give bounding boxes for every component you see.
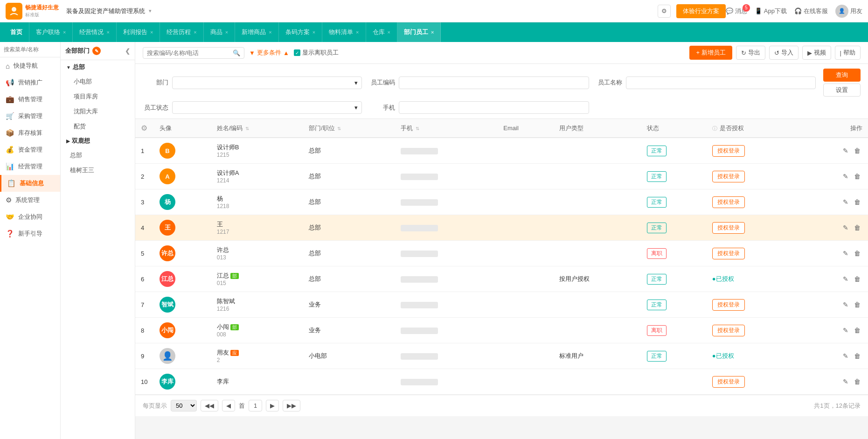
auth-login-button[interactable]: 授权登录	[712, 222, 745, 234]
nav-tab-首页[interactable]: 首页	[4, 22, 29, 42]
user-menu[interactable]: 👤 用友	[835, 5, 862, 18]
sidebar-search-input[interactable]	[4, 46, 61, 53]
tab-close-icon[interactable]: ×	[312, 29, 315, 35]
nav-tab-条码方案[interactable]: 条码方案×	[279, 22, 322, 42]
delete-button[interactable]: 🗑	[852, 146, 862, 155]
next-page-button[interactable]: ▶	[266, 400, 279, 411]
auth-login-button[interactable]: 授权登录	[712, 376, 745, 388]
delete-button[interactable]: 🗑	[852, 172, 862, 181]
add-employee-button[interactable]: + 新增员工	[689, 46, 732, 60]
status-filter-select[interactable]: ▾	[172, 101, 362, 114]
nav-tab-仓库[interactable]: 仓库×	[366, 22, 397, 42]
dept-item-peihuo[interactable]: 配货	[64, 119, 135, 134]
tab-close-icon[interactable]: ×	[225, 29, 228, 35]
show-resigned-checkbox[interactable]: ✓	[294, 49, 300, 56]
col-settings[interactable]: ⚙	[135, 119, 154, 138]
nav-tab-新增商品[interactable]: 新增商品×	[235, 22, 278, 42]
sidebar-item-operations[interactable]: 📊经营管理	[0, 158, 60, 175]
edit-button[interactable]: ✎	[841, 223, 850, 232]
empcode-filter-input[interactable]	[399, 77, 589, 89]
dept-item-xiangmukuku[interactable]: 项目库房	[64, 89, 135, 104]
dept-collapse-button[interactable]: ❮	[125, 48, 130, 55]
sidebar-item-purchase[interactable]: 🛒采购管理	[0, 108, 60, 125]
edit-button[interactable]: ✎	[841, 377, 850, 386]
delete-button[interactable]: 🗑	[852, 326, 862, 335]
app-download-button[interactable]: 📱 App下载	[755, 7, 787, 15]
delete-button[interactable]: 🗑	[852, 274, 862, 284]
export-button[interactable]: ↻ 导出	[736, 46, 765, 60]
tab-close-icon[interactable]: ×	[269, 29, 271, 35]
auth-login-button[interactable]: 授权登录	[712, 145, 745, 157]
sidebar-item-quick-nav[interactable]: ⌂快捷导航	[0, 57, 60, 74]
col-name[interactable]: 姓名/编码 ⇅	[211, 119, 303, 138]
edit-button[interactable]: ✎	[841, 274, 850, 284]
page-size-select[interactable]: 50 100 200	[171, 400, 197, 411]
sidebar-item-finance[interactable]: 💰资金管理	[0, 141, 60, 158]
delete-button[interactable]: 🗑	[852, 300, 862, 309]
nav-tab-部门员工[interactable]: 部门员工×	[397, 22, 441, 42]
nav-tab-经营历程[interactable]: 经营历程×	[160, 22, 203, 42]
nav-tab-物料清单[interactable]: 物料清单×	[322, 22, 366, 42]
dept-group-shuanglu[interactable]: ▶ 双鹿想	[61, 134, 135, 148]
gear-button[interactable]: ⚙	[658, 5, 671, 18]
col-dept[interactable]: 部门/职位 ⇅	[303, 119, 395, 138]
sidebar-item-corp[interactable]: 🤝企业协同	[0, 209, 60, 225]
sidebar-item-marketing[interactable]: 📢营销推广	[0, 74, 60, 91]
edit-button[interactable]: ✎	[841, 172, 850, 181]
edit-button[interactable]: ✎	[841, 326, 850, 335]
online-service-button[interactable]: 🎧 在线客服	[794, 7, 828, 15]
delete-button[interactable]: 🗑	[852, 223, 862, 232]
prev-page-button[interactable]: ◀	[222, 400, 235, 411]
tab-close-icon[interactable]: ×	[106, 29, 109, 35]
auth-login-button[interactable]: 授权登录	[712, 248, 745, 259]
auth-login-button[interactable]: 授权登录	[712, 299, 745, 311]
message-button[interactable]: 💬 消息 5	[726, 7, 747, 15]
more-filter-button[interactable]: ▼ 更多条件 ▲	[249, 49, 289, 57]
tab-close-icon[interactable]: ×	[431, 29, 434, 35]
delete-button[interactable]: 🗑	[852, 197, 862, 207]
empname-filter-input[interactable]	[626, 77, 816, 89]
table-settings-icon[interactable]: ⚙	[141, 124, 147, 132]
nav-tab-经营情况[interactable]: 经营情况×	[73, 22, 116, 42]
sidebar-item-inventory[interactable]: 📦库存核算	[0, 125, 60, 141]
query-button[interactable]: 查询	[823, 69, 861, 82]
tab-close-icon[interactable]: ×	[356, 29, 359, 35]
employee-search-input[interactable]	[147, 49, 231, 56]
tab-close-icon[interactable]: ×	[388, 29, 390, 35]
delete-button[interactable]: 🗑	[852, 377, 862, 386]
nav-tab-商品[interactable]: 商品×	[204, 22, 235, 42]
dept-group-zongbu-label[interactable]: ▼ 总部	[61, 60, 135, 74]
sidebar-item-sales[interactable]: 💼销售管理	[0, 91, 60, 108]
import-button[interactable]: ↺ 导入	[769, 46, 799, 60]
sidebar-item-basic[interactable]: 📋基础信息	[0, 175, 60, 192]
edit-button[interactable]: ✎	[841, 146, 850, 155]
delete-button[interactable]: 🗑	[852, 351, 862, 361]
auth-login-button[interactable]: 授权登录	[712, 325, 745, 336]
edit-button[interactable]: ✎	[841, 351, 850, 361]
tab-close-icon[interactable]: ×	[63, 29, 66, 35]
nav-tab-客户联络[interactable]: 客户联络×	[29, 22, 73, 42]
tab-close-icon[interactable]: ×	[194, 29, 196, 35]
trial-button[interactable]: 体验行业方案	[676, 4, 726, 18]
dept-item-xiaodianbu[interactable]: 小电部	[64, 74, 135, 89]
view-button[interactable]: ▶ 视频	[802, 46, 831, 60]
dept-item-zhishu[interactable]: 植树王三	[61, 163, 135, 178]
dept-filter-select[interactable]: ▾	[172, 77, 362, 89]
sidebar-item-system[interactable]: ⚙系统管理	[0, 192, 60, 209]
nav-tab-利润报告[interactable]: 利润报告×	[117, 22, 160, 42]
sidebar-item-guide[interactable]: ❓新手引导	[0, 225, 60, 242]
last-page-button[interactable]: ▶▶	[283, 400, 300, 411]
dept-item-zongbu2[interactable]: 总部	[61, 148, 135, 163]
edit-button[interactable]: ✎	[841, 300, 850, 309]
auth-login-button[interactable]: 授权登录	[712, 196, 745, 208]
col-phone[interactable]: 手机 ⇅	[395, 119, 498, 138]
set-button[interactable]: 设置	[823, 84, 861, 97]
edit-button[interactable]: ✎	[841, 249, 850, 258]
first-page-button[interactable]: ◀◀	[201, 400, 218, 411]
edit-button[interactable]: ✎	[841, 197, 850, 207]
delete-button[interactable]: 🗑	[852, 249, 862, 258]
current-page-input[interactable]: 1	[249, 400, 262, 411]
auth-login-button[interactable]: 授权登录	[712, 171, 745, 182]
tab-close-icon[interactable]: ×	[150, 29, 153, 35]
dept-item-shenyang[interactable]: 沈阳大库	[64, 104, 135, 119]
